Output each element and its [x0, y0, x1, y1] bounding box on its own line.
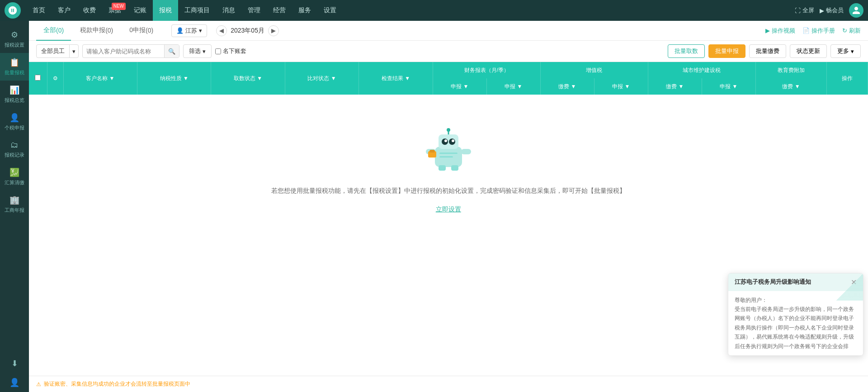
empty-state-cell: 若您想使用批量报税功能，请先在【报税设置】中进行报税的初始化设置，完成密码验证和…: [29, 95, 868, 241]
sidebar-item-tax-settings[interactable]: ⚙ 报税设置: [0, 25, 29, 53]
status-update-button[interactable]: 状态更新: [790, 44, 827, 58]
header-checkbox-col: [29, 62, 47, 95]
tab-zero-declaration[interactable]: 0申报(0): [122, 21, 160, 41]
notification-title: 江苏电子税务局升级影响通知: [735, 278, 811, 286]
setup-link[interactable]: 立即设置: [436, 206, 461, 214]
top-navigation: 首页 客户 收费 票据 NEW 记账 报税 工商项目 消息 管理 经营 服务 设…: [0, 0, 868, 21]
logo[interactable]: [5, 2, 21, 19]
toolbar: 全部员工 ▾ 🔍 筛选 ▾ 名下账套 批量取数 批量申报 批量缴费 状态更新 更…: [29, 41, 868, 62]
nav-accounting[interactable]: 记账: [127, 0, 153, 21]
sidebar-item-profile[interactable]: 👤: [0, 373, 29, 392]
account-checkbox[interactable]: [215, 48, 221, 54]
warning-icon: ⚠: [36, 381, 41, 387]
data-table: ⚙ 客户名称 ▼ 纳税性质 ▼ 取数状态 ▼ 比对状态 ▼ 检查结果 ▼ 财务报…: [29, 62, 868, 241]
header-compare-status: 比对状态 ▼: [285, 62, 359, 95]
batch-fetch-button[interactable]: 批量取数: [668, 44, 705, 58]
personal-tax-icon: 👤: [9, 113, 19, 123]
settlement-icon: 💹: [9, 167, 19, 177]
sidebar-item-batch-tax[interactable]: 📋 批量报税: [0, 53, 29, 81]
profile-icon: 👤: [9, 378, 19, 387]
nav-manage[interactable]: 管理: [241, 0, 267, 21]
header-fetch-status: 取数状态 ▼: [211, 62, 285, 95]
account-checkbox-label[interactable]: 名下账套: [215, 47, 246, 55]
sidebar-item-settlement[interactable]: 💹 汇算清缴: [0, 163, 29, 191]
fullscreen-button[interactable]: ⛶ 全屏: [795, 6, 814, 14]
search-box: 🔍: [82, 44, 179, 58]
svg-rect-12: [439, 153, 458, 154]
prev-month-button[interactable]: ◀: [216, 25, 227, 36]
more-button[interactable]: 更多 ▾: [830, 44, 861, 58]
header-financial-declare: 申报 ▼: [433, 78, 486, 95]
batch-pay-button[interactable]: 批量缴费: [749, 44, 786, 58]
header-financial-report: 财务报表（月/季）: [433, 62, 540, 78]
notification-content: 受当前电子税务局进一步升级的影响，同一个政务网账号（办税人）名下的企业不能再同时…: [735, 305, 857, 351]
vip-button[interactable]: ▶ 畅会员: [820, 6, 844, 14]
nav-invoice[interactable]: 票据 NEW: [102, 0, 127, 21]
province-selector[interactable]: 👤 江苏 ▾: [171, 24, 207, 37]
nav-message[interactable]: 消息: [216, 0, 241, 21]
sidebar-item-annual-report[interactable]: 🏢 工商年报: [0, 191, 29, 218]
batch-declare-button[interactable]: 批量申报: [708, 44, 745, 58]
sidebar-item-personal-tax[interactable]: 👤 个税申报: [0, 108, 29, 136]
robot-illustration: [421, 122, 476, 176]
nav-menu: 首页 客户 收费 票据 NEW 记账 报税 工商项目 消息 管理 经营 服务 设…: [26, 0, 795, 21]
nav-home[interactable]: 首页: [26, 0, 52, 21]
svg-rect-15: [451, 165, 458, 171]
filter-button[interactable]: 筛选 ▾: [183, 44, 212, 58]
header-vat-pay: 缴费 ▼: [540, 78, 594, 95]
svg-point-4: [444, 139, 447, 142]
svg-rect-14: [439, 165, 446, 171]
header-education-surcharge: 教育费附加: [755, 62, 826, 78]
header-city-construction-tax: 城市维护建设税: [648, 62, 755, 78]
nav-client[interactable]: 客户: [52, 0, 77, 21]
notification-header: 江苏电子税务局升级影响通知 ✕: [728, 273, 863, 291]
tab-tax-declaration[interactable]: 税款申报(0): [73, 21, 120, 41]
svg-rect-13: [439, 156, 453, 158]
tab-all[interactable]: 全部(0): [36, 21, 71, 41]
nav-business[interactable]: 工商项目: [178, 0, 216, 21]
nav-service[interactable]: 服务: [292, 0, 317, 21]
triangle-decoration: [836, 273, 863, 301]
user-avatar[interactable]: [849, 3, 863, 18]
header-settings-col: ⚙: [47, 62, 63, 95]
download-icon: ⬇: [11, 359, 18, 368]
new-badge: NEW: [112, 3, 126, 10]
status-text: 验证账密、采集信息均成功的企业才会流转至批量报税页面中: [44, 380, 190, 388]
tax-settings-icon: ⚙: [11, 30, 18, 40]
header-edu-pay: 缴费 ▼: [755, 78, 826, 95]
current-month: 2023年05月: [231, 27, 264, 35]
sidebar-item-tax-overview[interactable]: 📊 报税总览: [0, 81, 29, 108]
sidebar-item-download[interactable]: ⬇: [0, 354, 29, 373]
operation-manual-link[interactable]: 📄 操作手册: [802, 27, 835, 35]
sidebar-item-tax-record[interactable]: 🗂 报税记录: [0, 136, 29, 163]
header-vat-declare: 申报 ▼: [486, 78, 540, 95]
nav-fee[interactable]: 收费: [77, 0, 102, 21]
annual-report-icon: 🏢: [9, 195, 19, 205]
empty-state: 若您想使用批量报税功能，请先在【报税设置】中进行报税的初始化设置，完成密码验证和…: [29, 95, 868, 241]
search-input[interactable]: [83, 48, 164, 55]
employee-select-arrow[interactable]: ▾: [69, 45, 78, 57]
header-client-name: 客户名称 ▼: [63, 62, 137, 95]
svg-rect-9: [461, 149, 471, 154]
tax-record-icon: 🗂: [10, 140, 19, 150]
tabs-bar: 全部(0) 税款申报(0) 0申报(0) 👤 江苏 ▾ ◀ 2023年05月 ▶…: [29, 21, 868, 41]
left-sidebar: ⚙ 报税设置 📋 批量报税 📊 报税总览 👤 个税申报 🗂 报税记录 💹 汇算清…: [0, 21, 29, 392]
header-tax-type: 纳税性质 ▼: [137, 62, 211, 95]
svg-point-5: [452, 139, 454, 142]
svg-rect-11: [429, 150, 435, 153]
refresh-button[interactable]: ↻ 刷新: [842, 27, 861, 35]
header-edu-declare: 申报 ▼: [702, 78, 755, 95]
next-month-button[interactable]: ▶: [268, 25, 279, 36]
header-operation: 操作: [827, 62, 868, 95]
svg-rect-1: [439, 134, 458, 149]
select-all-checkbox[interactable]: [35, 75, 41, 81]
nav-operation[interactable]: 经营: [267, 0, 292, 21]
employee-select[interactable]: 全部员工 ▾: [36, 44, 79, 58]
header-city-declare: 申报 ▼: [594, 78, 648, 95]
search-button[interactable]: 🔍: [164, 45, 179, 57]
nav-tax[interactable]: 报税: [153, 0, 178, 21]
nav-right-actions: ⛶ 全屏 ▶ 畅会员: [795, 3, 863, 18]
header-vat: 增值税: [540, 62, 648, 78]
operation-video-link[interactable]: ▶ 操作视频: [765, 27, 795, 35]
nav-settings[interactable]: 设置: [317, 0, 343, 21]
